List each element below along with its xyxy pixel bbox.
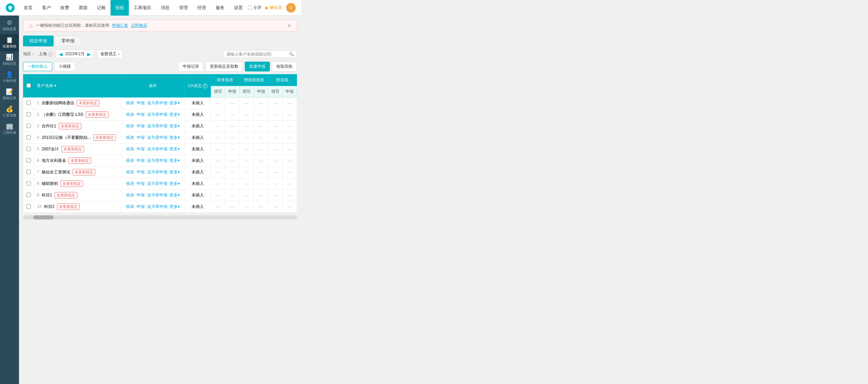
action-taxform-2[interactable]: 税表 [126,124,134,128]
search-input[interactable] [226,52,288,57]
action-declare-9[interactable]: 申报 [137,204,145,209]
action-more-0[interactable]: 更多▾ [170,101,180,105]
sidebar-item-settlement[interactable]: 💰 汇算清缴 [0,103,19,121]
sidebar-item-tax-records[interactable]: 📝 报税记录 [0,86,19,103]
sidebar-item-personal-tax[interactable]: 👤 个税申报 [0,69,19,86]
ca-info-icon[interactable]: C [203,84,208,88]
action-more-6[interactable]: 更多▾ [170,170,180,174]
action-more-5[interactable]: 更多▾ [170,158,180,163]
action-more-3[interactable]: 更多▾ [170,135,180,140]
retrieve-btn[interactable]: 收取回执 [272,62,297,71]
search-icon[interactable]: 🔍 [289,52,294,57]
nav-item-accounting[interactable]: 记账 [92,0,111,16]
sidebar-item-batch-tax[interactable]: 📋 批量报税 [0,34,19,51]
action-more-8[interactable]: 更多▾ [170,193,180,197]
horizontal-scrollbar[interactable] [23,215,297,219]
sidebar-item-annual-report[interactable]: 🏢 工商年报 [0,121,19,138]
upgrade-btn[interactable]: ▶ 畅会员 [265,5,282,10]
action-zerodeclare-9[interactable]: 设为零申报 [147,204,167,209]
table-row: 6 地方水利基金 未更新税定 税表 申报 设为零申报 更多▾ 未插入 — — —… [23,155,297,167]
tab-tax-declare[interactable]: 税款申报 [23,36,54,46]
row-checkbox-7[interactable] [26,181,31,186]
nav-item-home[interactable]: 首页 [19,0,37,16]
nav-item-invoice[interactable]: 票据 [74,0,92,16]
nav-item-manage[interactable]: 管理 [174,0,193,16]
date-prev-btn[interactable]: ◀ [59,51,63,57]
action-more-9[interactable]: 更多▾ [170,204,180,209]
update-verify-btn[interactable]: 更新税定及取数 [205,62,243,71]
row-checkbox-3[interactable] [26,135,31,140]
sort-icon[interactable]: ▾ [54,83,56,88]
tab-zero-declare[interactable]: 零申报 [55,36,81,46]
fullscreen-btn[interactable]: ⛶ 全屏 [248,5,261,10]
action-more-1[interactable]: 更多▾ [170,112,180,117]
action-zerodeclare-0[interactable]: 设为零申报 [147,101,167,105]
row-checkbox-5[interactable] [26,158,31,163]
action-zerodeclare-7[interactable]: 设为零申报 [147,181,167,186]
action-declare-2[interactable]: 申报 [137,124,145,128]
row-checkbox-4[interactable] [26,147,31,151]
cell-client-name-1: 2 （勿删）江西酿宝-LSS 未更新税定 [34,109,122,121]
tag-unverified-6: 未更新税定 [73,169,95,175]
nav-item-tax[interactable]: 报税 [111,0,129,16]
action-taxform-1[interactable]: 税表 [126,112,134,117]
date-next-btn[interactable]: ▶ [87,51,91,57]
action-declare-6[interactable]: 申报 [137,170,145,174]
sidebar-item-tax-overview[interactable]: 📊 报税总览 [0,51,19,69]
action-taxform-7[interactable]: 税表 [126,181,134,186]
row-checkbox-2[interactable] [26,124,31,128]
dept-select[interactable]: 全部员工 ▾ [97,50,123,58]
action-taxform-3[interactable]: 税表 [126,135,134,140]
action-more-2[interactable]: 更多▾ [170,124,180,128]
col-taxreport-fill: 填写 [239,86,254,98]
action-taxform-4[interactable]: 税表 [126,147,134,151]
select-all-checkbox[interactable] [26,83,31,88]
nav-item-fee[interactable]: 收费 [56,0,74,16]
avatar[interactable]: U [286,3,296,13]
tab-general-taxpayer[interactable]: 一般的税人 [23,62,52,71]
nav-item-settings[interactable]: 设置 [229,0,248,16]
action-zerodeclare-2[interactable]: 设为零申报 [147,124,167,128]
action-declare-7[interactable]: 申报 [137,181,145,186]
action-zerodeclare-6[interactable]: 设为零申报 [147,170,167,174]
action-declare-5[interactable]: 申报 [137,158,145,163]
banner-link-buy[interactable]: 立即购买 [131,23,147,28]
nav-item-client[interactable]: 客户 [37,0,56,16]
row-checkbox-6[interactable] [26,170,31,174]
row-checkbox-8[interactable] [26,193,31,197]
action-declare-4[interactable]: 申报 [137,147,145,151]
row-checkbox-0[interactable] [26,101,31,105]
nav-item-operation[interactable]: 经营 [193,0,211,16]
action-taxform-0[interactable]: 税表 [126,101,134,105]
action-taxform-9[interactable]: 税表 [126,204,134,209]
action-more-7[interactable]: 更多▾ [170,181,180,186]
cell-ca-status-5: 未插入 [184,155,211,167]
banner-link-declare[interactable]: 申报汇签 [112,23,128,28]
action-more-4[interactable]: 更多▾ [170,147,180,151]
col-additional-fill: 填写 [268,86,282,98]
action-declare-3[interactable]: 申报 [137,135,145,140]
tab-small-taxpayer[interactable]: 小规模 [54,62,75,71]
nav-item-service[interactable]: 服务 [211,0,229,16]
banner-close-btn[interactable]: ✕ [287,23,291,28]
batch-declare-btn[interactable]: 批量申报 [245,62,270,71]
action-zerodeclare-4[interactable]: 设为零申报 [147,147,167,151]
action-declare-1[interactable]: 申报 [137,112,145,117]
nav-item-business[interactable]: 工商项目 [129,0,156,16]
action-declare-8[interactable]: 申报 [137,193,145,197]
declare-record-btn[interactable]: 申报记录 [178,62,203,71]
action-zerodeclare-3[interactable]: 设为零申报 [147,135,167,140]
action-taxform-5[interactable]: 税表 [126,158,134,163]
action-taxform-6[interactable]: 税表 [126,170,134,174]
region-info-icon[interactable]: ℹ [48,52,53,57]
action-taxform-8[interactable]: 税表 [126,193,134,197]
action-zerodeclare-1[interactable]: 设为零申报 [147,112,167,117]
cell-tax-declare-1: — [254,109,268,121]
row-checkbox-1[interactable] [26,112,31,116]
sidebar-item-tax-settings[interactable]: ⚙ 报税设置 [0,17,19,34]
action-declare-0[interactable]: 申报 [137,101,145,105]
nav-item-message[interactable]: 消息 [156,0,174,16]
row-checkbox-9[interactable] [26,204,31,209]
action-zerodeclare-8[interactable]: 设为零申报 [147,193,167,197]
action-zerodeclare-5[interactable]: 设为零申报 [147,158,167,163]
